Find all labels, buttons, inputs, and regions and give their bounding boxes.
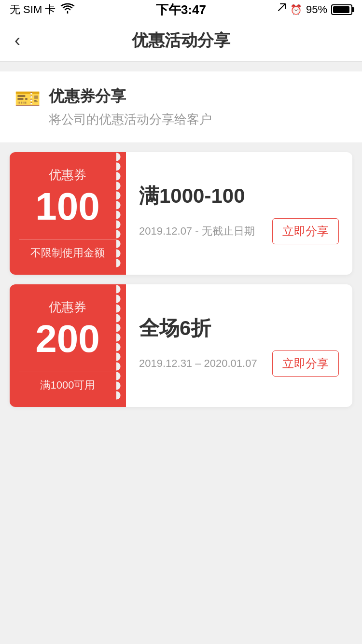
status-bar: 无 SIM 卡 下午3:47 ⏰ 95% (0, 0, 362, 19)
coupon-date-1: 2019.12.07 - 无截止日期 (139, 224, 267, 238)
coupon-divider-1 (19, 239, 116, 240)
location-icon (278, 3, 286, 16)
coupon-right-1: 满1000-100 2019.12.07 - 无截止日期 立即分享 (125, 152, 352, 275)
section-gap-top (0, 62, 362, 71)
coupon-condition-2: 满1000可用 (40, 378, 96, 392)
carrier-text: 无 SIM 卡 (10, 2, 56, 17)
coupon-card-2: 优惠券 200 满1000可用 全场6折 2019.12.31 – 2020.0… (10, 284, 352, 407)
coupon-card-1: 优惠券 100 不限制使用金额 满1000-100 2019.12.07 - 无… (10, 152, 352, 275)
section-title: 优惠券分享 (49, 86, 212, 107)
nav-bar: ‹ 优惠活动分享 (0, 19, 362, 62)
wifi-icon (60, 3, 75, 16)
bottom-area (0, 417, 362, 644)
coupon-date-2: 2019.12.31 – 2020.01.07 (139, 357, 267, 370)
status-left: 无 SIM 卡 (10, 2, 75, 17)
section-text: 优惠券分享 将公司的优惠活动分享给客户 (49, 86, 212, 128)
status-time: 下午3:47 (156, 1, 206, 18)
page-title: 优惠活动分享 (132, 29, 230, 52)
battery-fill (333, 6, 349, 13)
coupon-right-2: 全场6折 2019.12.31 – 2020.01.07 立即分享 (125, 284, 352, 407)
coupon-name-1: 满1000-100 (139, 182, 339, 210)
battery-percent: 95% (306, 3, 327, 16)
coupon-condition-1: 不限制使用金额 (30, 246, 105, 260)
coupon-section-icon: 🎫 (14, 88, 41, 109)
section-header: 🎫 优惠券分享 将公司的优惠活动分享给客户 (0, 71, 362, 142)
coupon-name-2: 全场6折 (139, 315, 339, 342)
coupon-label-2: 优惠券 (49, 299, 86, 316)
share-button-2[interactable]: 立即分享 (272, 350, 339, 377)
status-right: ⏰ 95% (278, 3, 352, 16)
coupon-value-1: 100 (35, 187, 99, 226)
coupon-meta-1: 2019.12.07 - 无截止日期 立即分享 (139, 218, 339, 244)
coupon-left-2: 优惠券 200 满1000可用 (10, 284, 125, 407)
battery-icon (331, 4, 352, 15)
section-subtitle: 将公司的优惠活动分享给客户 (49, 111, 212, 128)
share-button-1[interactable]: 立即分享 (272, 218, 339, 244)
coupon-meta-2: 2019.12.31 – 2020.01.07 立即分享 (139, 350, 339, 377)
coupon-label-1: 优惠券 (49, 167, 86, 183)
coupon-list: 优惠券 100 不限制使用金额 满1000-100 2019.12.07 - 无… (0, 142, 362, 417)
alarm-icon: ⏰ (290, 4, 302, 15)
back-button[interactable]: ‹ (14, 30, 20, 51)
coupon-divider-2 (19, 372, 116, 372)
coupon-left-1: 优惠券 100 不限制使用金额 (10, 152, 125, 275)
coupon-value-2: 200 (35, 320, 99, 358)
